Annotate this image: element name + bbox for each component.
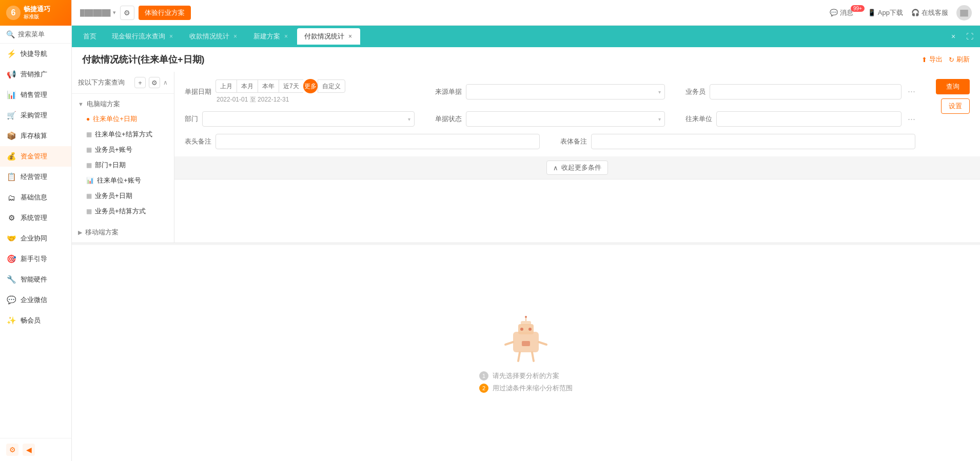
customer-service-button[interactable]: 🎧 在线客服 [911, 8, 948, 17]
tabs-close-button[interactable]: × [947, 30, 959, 43]
stats-header-buttons: ⬆ 导出 ↻ 刷新 [922, 55, 970, 64]
messages-button[interactable]: 💬 消息 99+ [830, 8, 859, 17]
date-btn-本年[interactable]: 本年 [258, 79, 279, 93]
refresh-label: 刷新 [956, 55, 970, 64]
scheme-item-staff-account[interactable]: ▦业务员+账号 [72, 142, 174, 157]
sidebar-item-quick-nav[interactable]: ⚡ 快捷导航 [0, 44, 71, 64]
sidebar-item-label-fund: 资金管理 [21, 152, 47, 161]
scheme-settings-button[interactable]: ⚙ [149, 77, 160, 88]
filter-dots-input-1-2[interactable] [716, 111, 901, 127]
refresh-button[interactable]: ↻ 刷新 [949, 55, 970, 64]
query-button[interactable]: 查询 [936, 79, 970, 94]
filter-input-2-1[interactable] [591, 134, 915, 149]
scheme-collapse-button[interactable]: ∧ [163, 79, 168, 86]
app-download-button[interactable]: 📱 App下载 [868, 8, 903, 17]
filter-dots-btn-1-2[interactable]: ··· [908, 114, 915, 125]
sidebar-item-icon-member: ✨ [6, 315, 16, 326]
filter-select-1-0[interactable] [202, 111, 415, 127]
user-avatar[interactable]: ██ [956, 5, 972, 21]
sidebar-item-purchase[interactable]: 🛒 采购管理 [0, 105, 71, 126]
sidebar-item-icon-wechat: 💬 [6, 295, 16, 305]
sidebar-item-label-quick-nav: 快捷导航 [21, 49, 47, 58]
date-btn-custom[interactable]: 自定义 [318, 79, 345, 93]
tab-cash-flow[interactable]: 现金银行流水查询× [105, 28, 181, 45]
sidebar-item-inventory[interactable]: 📦 库存核算 [0, 126, 71, 146]
scheme-item-staff-settle[interactable]: ▦业务员+结算方式 [72, 204, 174, 219]
date-btn-近7天[interactable]: 近7天 [279, 79, 303, 93]
collapse-conditions-button[interactable]: ∧ 收起更多条件 [546, 161, 608, 175]
scheme-group-header-mobile[interactable]: ▶移动端方案 [72, 225, 174, 239]
sidebar-item-fund[interactable]: 💰 资金管理 [0, 146, 71, 167]
svg-line-5 [505, 342, 513, 345]
filter-col-0-0: 单据日期上月本月本年近7天更多自定义2022-01-01 至 2022-12-3… [185, 79, 425, 104]
scheme-item-label-unit-account: 往来单位+账号 [97, 176, 141, 185]
date-range-display: 2022-01-01 至 2022-12-31 [215, 95, 415, 104]
sidebar-item-sales[interactable]: 📊 销售管理 [0, 85, 71, 105]
sidebar-item-marketing[interactable]: 📢 营销推广 [0, 64, 71, 85]
export-button[interactable]: ⬆ 导出 [922, 55, 943, 64]
user-info[interactable]: ███████ ▾ [80, 9, 116, 16]
scheme-add-button[interactable]: + [134, 77, 146, 88]
sidebar-item-icon-quick-nav: ⚡ [6, 49, 16, 59]
sidebar-item-basic[interactable]: 🗂 基础信息 [0, 187, 71, 208]
settings-icon[interactable]: ⚙ [6, 444, 18, 456]
filter-label-2-0: 表头备注 [185, 137, 211, 146]
filter-col-0-2: 业务员··· [685, 84, 915, 99]
tab-payment-stats[interactable]: 付款情况统计× [297, 28, 360, 45]
tab-label-cash-flow: 现金银行流水查询 [112, 32, 165, 41]
tab-close-receipt-stats[interactable]: × [232, 32, 238, 41]
sidebar-item-ops[interactable]: 📋 经营管理 [0, 167, 71, 187]
sidebar-nav: ⚡ 快捷导航 📢 营销推广 📊 销售管理 🛒 采购管理 📦 库存核算 💰 资金管… [0, 44, 71, 438]
tab-close-cash-flow[interactable]: × [168, 32, 174, 41]
tab-label-payment-stats: 付款情况统计 [304, 32, 344, 41]
sidebar-item-hardware[interactable]: 🔧 智能硬件 [0, 269, 71, 290]
collapse-icon[interactable]: ◀ [23, 444, 35, 456]
scheme-item-icon-staff-account: ▦ [86, 146, 92, 153]
filter-dots-btn-0-2[interactable]: ··· [908, 86, 915, 97]
scheme-item-unit-settle[interactable]: ▦往来单位+结算方式 [72, 127, 174, 142]
filter-col-1-1: 单据状态▾ [435, 111, 675, 127]
filter-select-0-1[interactable] [466, 84, 665, 99]
date-btn-more[interactable]: 更多 [303, 79, 318, 93]
message-icon: 💬 [830, 9, 838, 16]
sidebar-item-label-marketing: 营销推广 [21, 70, 47, 79]
tab-close-payment-stats[interactable]: × [347, 32, 353, 41]
svg-line-7 [518, 352, 520, 361]
sidebar-item-system[interactable]: ⚙ 系统管理 [0, 208, 71, 228]
sidebar: 6 畅捷通巧 标准版 🔍 搜索菜单 ⚡ 快捷导航 📢 营销推广 📊 销售管理 🛒… [0, 0, 72, 461]
sidebar-item-collab[interactable]: 🤝 企业协同 [0, 228, 71, 249]
scheme-panel: 按以下方案查询 + ⚙ ∧ ▼电脑端方案●往来单位+日期▦往来单位+结算方式▦业… [72, 72, 174, 243]
tab-new-scheme[interactable]: 新建方案× [246, 28, 296, 45]
sidebar-item-label-hardware: 智能硬件 [21, 275, 47, 284]
sidebar-item-label-system: 系统管理 [21, 213, 47, 223]
filter-dots-input-0-2[interactable] [710, 84, 901, 99]
settings-button[interactable]: ⚙ [120, 6, 134, 20]
tab-close-new-scheme[interactable]: × [283, 32, 289, 41]
tip-num-1: 1 [479, 371, 488, 380]
dropdown-arrow[interactable]: ▾ [113, 9, 116, 16]
filter-select-1-1[interactable] [466, 111, 665, 127]
date-btn-本月[interactable]: 本月 [237, 79, 258, 93]
main-area: ███████ ▾ ⚙ 体验行业方案 💬 消息 99+ 📱 App下载 🎧 在线… [72, 0, 980, 461]
scheme-group-header-desktop[interactable]: ▼电脑端方案 [72, 97, 174, 111]
scheme-item-dept-date[interactable]: ▦部门+日期 [72, 157, 174, 173]
scheme-item-staff-date[interactable]: ▦业务员+日期 [72, 188, 174, 204]
filter-input-2-0[interactable] [215, 134, 540, 149]
sidebar-item-guide[interactable]: 🎯 新手引导 [0, 249, 71, 269]
filter-settings-button[interactable]: 设置 [941, 98, 970, 114]
sidebar-search[interactable]: 🔍 搜索菜单 [0, 26, 71, 44]
svg-point-3 [528, 328, 532, 331]
filter-label-0-0: 单据日期 [185, 87, 211, 96]
empty-tip-2: 2 用过滤条件来缩小分析范围 [479, 384, 573, 393]
tab-home[interactable]: 首页 [76, 28, 104, 45]
sidebar-item-member[interactable]: ✨ 畅会员 [0, 310, 71, 331]
tab-receipt-stats[interactable]: 收款情况统计× [182, 28, 245, 45]
scheme-item-unit-date[interactable]: ●往来单位+日期 [72, 111, 174, 127]
date-btn-上月[interactable]: 上月 [215, 79, 237, 93]
tabs-expand-button[interactable]: ⛶ [964, 30, 976, 43]
svg-point-11 [525, 316, 527, 318]
scheme-item-unit-account[interactable]: 📊往来单位+账号 [72, 173, 174, 188]
sidebar-item-wechat[interactable]: 💬 企业微信 [0, 290, 71, 310]
tabs-bar: 首页现金银行流水查询×收款情况统计×新建方案×付款情况统计× × ⛶ [72, 26, 980, 47]
trial-button[interactable]: 体验行业方案 [139, 6, 191, 20]
